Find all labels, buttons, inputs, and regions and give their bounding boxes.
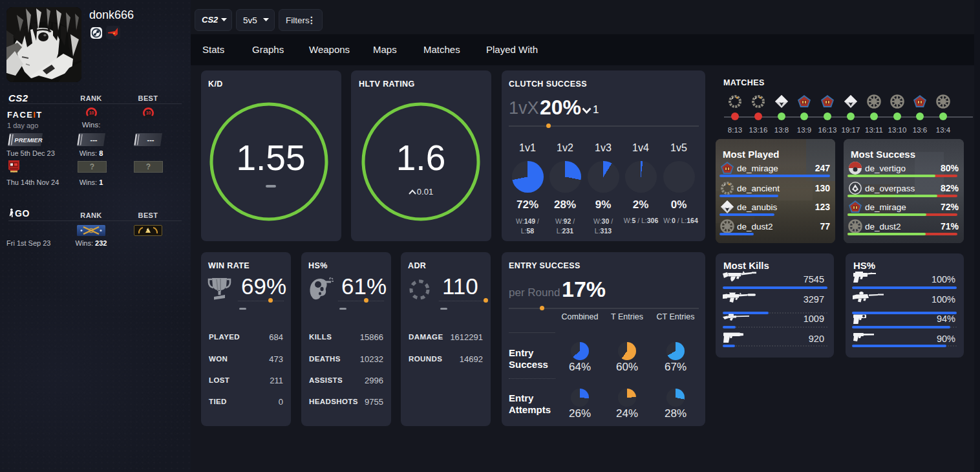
svg-text:GO: GO xyxy=(15,208,30,218)
svg-text:PREMIER: PREMIER xyxy=(14,136,42,144)
svg-text:10: 10 xyxy=(89,111,94,115)
svg-text:---: --- xyxy=(91,136,98,144)
svg-text:10: 10 xyxy=(146,111,151,115)
svg-text:---: --- xyxy=(147,136,154,144)
